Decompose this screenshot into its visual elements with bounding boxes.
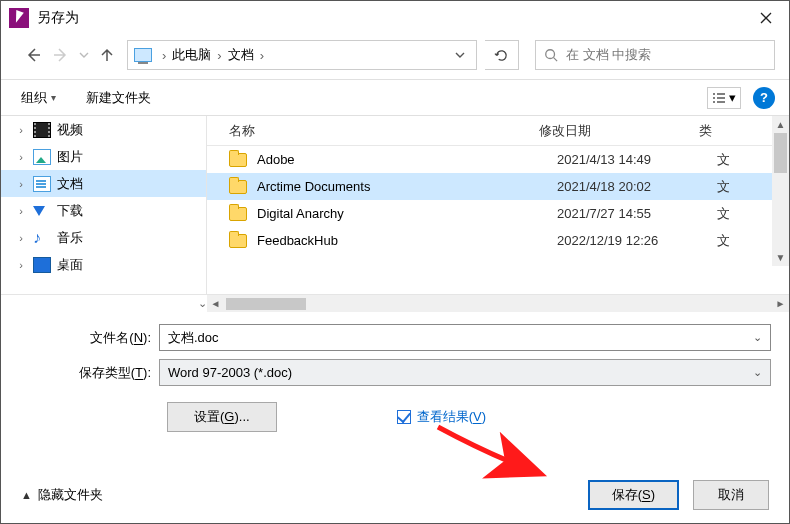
close-button[interactable]: [743, 1, 789, 35]
savetype-value: Word 97-2003 (*.doc): [168, 365, 292, 380]
vertical-scrollbar[interactable]: ▲ ▼: [772, 116, 789, 266]
breadcrumb-sep-icon: ›: [215, 48, 223, 63]
chevron-down-icon[interactable]: ⌄: [753, 331, 762, 344]
file-name: Digital Anarchy: [257, 206, 557, 221]
file-name: Adobe: [257, 152, 557, 167]
new-folder-label: 新建文件夹: [86, 89, 151, 107]
nav-tree[interactable]: ›视频›图片›文档›下载›♪音乐›桌面: [1, 116, 207, 294]
app-icon: [9, 8, 29, 28]
file-list: 名称 修改日期 类 Adobe2021/4/13 14:49文Arctime D…: [207, 116, 789, 294]
folder-icon: [229, 234, 247, 248]
breadcrumb-root[interactable]: 此电脑: [172, 46, 211, 64]
sidebar-item-music[interactable]: ›♪音乐: [1, 224, 206, 251]
folder-icon: [229, 153, 247, 167]
horizontal-scrollbar[interactable]: ◄ ►: [207, 295, 789, 312]
refresh-button[interactable]: [485, 40, 519, 70]
scroll-thumb[interactable]: [774, 133, 787, 173]
checkbox-checked-icon: [397, 410, 411, 424]
new-folder-button[interactable]: 新建文件夹: [80, 85, 157, 111]
hide-folders-button[interactable]: ▲ 隐藏文件夹: [21, 486, 103, 504]
sidebar-item-label: 图片: [57, 148, 83, 166]
save-button[interactable]: 保存(S): [588, 480, 679, 510]
hide-folders-label: 隐藏文件夹: [38, 486, 103, 504]
forward-button[interactable]: [49, 43, 73, 67]
help-button[interactable]: ?: [753, 87, 775, 109]
refresh-icon: [494, 48, 509, 63]
form-area: 文件名(N): 文档.doc ⌄ 保存类型(T): Word 97-2003 (…: [1, 312, 789, 440]
folder-icon: [229, 180, 247, 194]
search-input[interactable]: 在 文档 中搜索: [535, 40, 775, 70]
sidebar-item-desk[interactable]: ›桌面: [1, 251, 206, 278]
file-type: 文: [717, 232, 730, 250]
settings-button[interactable]: 设置(G)...: [167, 402, 277, 432]
file-date: 2022/12/19 12:26: [557, 233, 717, 248]
chevron-down-icon: ▾: [729, 90, 736, 105]
organize-label: 组织: [21, 89, 47, 107]
chevron-down-icon: [455, 50, 465, 60]
svg-point-0: [546, 50, 555, 59]
expander-icon[interactable]: ›: [15, 232, 27, 244]
scroll-down-icon[interactable]: ▼: [772, 249, 789, 266]
address-bar[interactable]: › 此电脑 › 文档 ›: [127, 40, 477, 70]
file-row[interactable]: Digital Anarchy2021/7/27 14:55文: [207, 200, 789, 227]
col-name[interactable]: 名称: [229, 122, 539, 140]
expander-icon[interactable]: ›: [15, 259, 27, 271]
arrow-right-icon: [53, 47, 69, 63]
file-type: 文: [717, 151, 730, 169]
scroll-left-icon[interactable]: ◄: [207, 298, 224, 309]
cancel-label: 取消: [718, 486, 744, 504]
col-date[interactable]: 修改日期: [539, 122, 699, 140]
main-area: ›视频›图片›文档›下载›♪音乐›桌面 名称 修改日期 类 Adobe2021/…: [1, 116, 789, 294]
up-button[interactable]: [95, 43, 119, 67]
filename-label: 文件名(N):: [19, 329, 159, 347]
expander-icon[interactable]: ›: [15, 151, 27, 163]
list-view-icon: [712, 92, 726, 104]
horizontal-scrollbar-row: ⌄ ◄ ►: [1, 294, 789, 312]
chevron-down-icon: ▾: [51, 92, 56, 103]
view-result-checkbox[interactable]: 查看结果(V): [397, 408, 486, 426]
sidebar-item-label: 桌面: [57, 256, 83, 274]
sidebar-item-label: 音乐: [57, 229, 83, 247]
breadcrumb-folder[interactable]: 文档: [228, 46, 254, 64]
save-as-dialog: 另存为 › 此电脑 › 文档 ›: [0, 0, 790, 524]
recent-dropdown[interactable]: [77, 43, 91, 67]
organize-menu[interactable]: 组织 ▾: [15, 85, 62, 111]
file-row[interactable]: FeedbackHub2022/12/19 12:26文: [207, 227, 789, 254]
scroll-thumb[interactable]: [226, 298, 306, 310]
chevron-up-icon: ▲: [21, 489, 32, 501]
address-dropdown[interactable]: [450, 48, 470, 63]
nav-row: › 此电脑 › 文档 › 在 文档 中搜索: [1, 35, 789, 75]
column-headers[interactable]: 名称 修改日期 类: [207, 116, 789, 146]
scroll-up-icon[interactable]: ▲: [772, 116, 789, 133]
filename-input[interactable]: 文档.doc ⌄: [159, 324, 771, 351]
window-title: 另存为: [37, 9, 79, 27]
cancel-button[interactable]: 取消: [693, 480, 769, 510]
expander-icon[interactable]: ›: [15, 178, 27, 190]
arrow-left-icon: [25, 47, 41, 63]
breadcrumb-sep-icon: ›: [258, 48, 266, 63]
sidebar-item-label: 下载: [57, 202, 83, 220]
file-row[interactable]: Arctime Documents2021/4/18 20:02文: [207, 173, 789, 200]
toolbar: 组织 ▾ 新建文件夹 ▾ ?: [1, 80, 789, 116]
sidebar-item-label: 文档: [57, 175, 83, 193]
tree-scroll-down-icon[interactable]: ⌄: [1, 295, 207, 312]
savetype-select[interactable]: Word 97-2003 (*.doc) ⌄: [159, 359, 771, 386]
sidebar-item-down[interactable]: ›下载: [1, 197, 206, 224]
sidebar-item-video[interactable]: ›视频: [1, 116, 206, 143]
view-mode-button[interactable]: ▾: [707, 87, 741, 109]
sidebar-item-doc[interactable]: ›文档: [1, 170, 206, 197]
file-date: 2021/4/13 14:49: [557, 152, 717, 167]
expander-icon[interactable]: ›: [15, 124, 27, 136]
close-icon: [760, 12, 772, 24]
sidebar-item-label: 视频: [57, 121, 83, 139]
chevron-down-icon[interactable]: ⌄: [753, 366, 762, 379]
file-row[interactable]: Adobe2021/4/13 14:49文: [207, 146, 789, 173]
titlebar: 另存为: [1, 1, 789, 35]
sidebar-item-pic[interactable]: ›图片: [1, 143, 206, 170]
search-icon: [544, 48, 558, 62]
view-result-label: 查看结果(V): [417, 408, 486, 426]
file-name: Arctime Documents: [257, 179, 557, 194]
back-button[interactable]: [21, 43, 45, 67]
expander-icon[interactable]: ›: [15, 205, 27, 217]
scroll-right-icon[interactable]: ►: [772, 298, 789, 309]
